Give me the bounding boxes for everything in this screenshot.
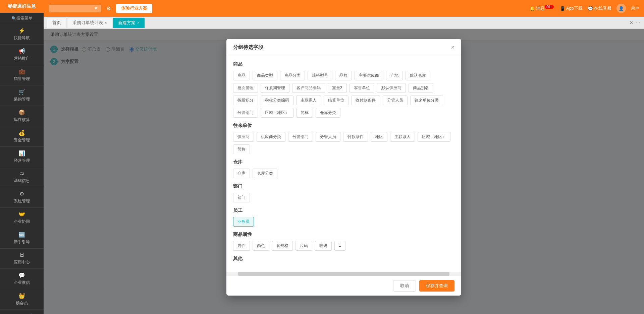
tag-item[interactable]: 业务员	[233, 217, 254, 227]
modal-close-button[interactable]: ×	[451, 44, 454, 51]
sidebar-item-operations[interactable]: 📊 经营管理	[0, 147, 44, 167]
section-title-employee: 员工	[233, 207, 454, 213]
cancel-button[interactable]: 取消	[393, 280, 416, 292]
tag-item[interactable]: 税收分类编码	[261, 96, 293, 105]
sidebar-item-wechat[interactable]: 💬 企业微信	[0, 269, 44, 289]
tag-item[interactable]: 商品别名	[409, 83, 433, 93]
tag-item[interactable]: 批次管理	[233, 83, 258, 93]
tab-close-purchase[interactable]: ×	[105, 21, 107, 25]
tag-item[interactable]: 多规格	[272, 241, 293, 251]
tag-item[interactable]: 颜色	[253, 241, 269, 251]
online-service-item[interactable]: 💬 在线客服	[588, 5, 611, 11]
tag-item[interactable]: 仓库分类	[253, 169, 277, 178]
app-download-item[interactable]: 📱 App下载	[560, 5, 583, 11]
tag-item[interactable]: 结算单位	[324, 96, 348, 105]
search-icon: 🔍	[11, 16, 16, 21]
sidebar-item-label: 快捷导航	[14, 35, 30, 41]
tag-item[interactable]: 产地	[386, 71, 403, 80]
sidebar-item-newbie[interactable]: 🆕 新手引导	[0, 228, 44, 249]
tag-item[interactable]: 尺码	[296, 241, 312, 251]
tag-item[interactable]: 默认仓库	[406, 71, 430, 80]
topbar-search-wrap[interactable]: ▼	[49, 5, 101, 12]
tab-label: 新建方案	[118, 20, 136, 26]
tag-item[interactable]: 属性	[233, 241, 250, 251]
sidebar-item-quick-nav[interactable]: ⚡ 快捷导航	[0, 24, 44, 45]
sidebar-item-marketing[interactable]: 📢 营销推广	[0, 45, 44, 65]
section-title-department: 部门	[233, 183, 454, 189]
sidebar-item-label: 应用中心	[14, 259, 30, 265]
tag-item[interactable]: 仓库分类	[316, 108, 340, 118]
department-tags: 部门	[233, 193, 454, 202]
tag-item[interactable]: 部门	[233, 193, 250, 202]
tabbar-close-icon[interactable]: ×	[630, 20, 633, 26]
tag-item[interactable]: 规格型号	[308, 71, 332, 80]
sidebar-bottom: ⚙ 🔊	[0, 310, 44, 314]
tag-item[interactable]: 分管人员	[383, 96, 408, 105]
tag-item[interactable]: 简称	[233, 144, 250, 154]
tag-item[interactable]: 商品	[233, 71, 250, 80]
tag-item[interactable]: 重量3	[328, 83, 347, 93]
tag-item[interactable]: 供应商分类	[257, 132, 285, 142]
bell-icon: 🔔	[530, 6, 535, 11]
tag-item[interactable]: 鞋码	[315, 241, 332, 251]
user-avatar[interactable]: 👤	[616, 4, 626, 13]
topbar-search-input[interactable]	[52, 6, 92, 11]
tag-item[interactable]: 供应商	[233, 132, 254, 142]
notification-item[interactable]: 🔔 消息 99+	[530, 5, 555, 11]
tag-item[interactable]: 往来单位分类	[410, 96, 443, 105]
tag-item[interactable]: 区域（地区）	[418, 132, 450, 142]
tag-item[interactable]: 商品分类	[280, 71, 305, 80]
gear-icon: ⚙	[19, 191, 24, 197]
tag-item[interactable]: 主联系人	[296, 96, 321, 105]
sidebar-item-basic-info[interactable]: 🗂 基础信息	[0, 167, 44, 187]
sidebar-item-system[interactable]: ⚙ 系统管理	[0, 187, 44, 208]
sidebar-item-collab[interactable]: 🤝 企业协同	[0, 208, 44, 228]
tag-item[interactable]: 区域（地区）	[261, 108, 293, 118]
sidebar-item-purchase[interactable]: 🛒 采购管理	[0, 85, 44, 106]
sidebar-item-label: 畅会员	[16, 300, 28, 306]
tag-item[interactable]: 默认供应商	[377, 83, 406, 93]
tab-label: 首页	[52, 20, 61, 26]
topbar-gear-icon[interactable]: ⚙	[106, 5, 111, 12]
tag-item[interactable]: 收付款条件	[351, 96, 380, 105]
tag-item[interactable]: 付款条件	[343, 132, 368, 142]
cart-icon: 🛒	[18, 89, 25, 95]
tag-item[interactable]: 1	[334, 241, 345, 251]
trial-btn[interactable]: 体验行业方案	[116, 4, 152, 13]
tab-purchase-stats[interactable]: 采购订单统计表 ×	[67, 17, 112, 28]
tab-home[interactable]: 首页	[47, 17, 66, 28]
sidebar-item-label: 库存核算	[14, 117, 30, 123]
sidebar-item-apps[interactable]: 🖥 应用中心	[0, 249, 44, 269]
tab-new-plan[interactable]: 新建方案 ×	[113, 17, 145, 28]
tag-item[interactable]: 主要供应商	[355, 71, 383, 80]
notification-badge: 99+	[545, 5, 554, 9]
sidebar-item-search[interactable]: 🔍 搜索菜单	[0, 13, 44, 24]
tag-item[interactable]: 客户商品编码	[292, 83, 325, 93]
sidebar-item-inventory[interactable]: 📦 库存核算	[0, 106, 44, 126]
tag-item[interactable]: 保质期管理	[261, 83, 289, 93]
topbar-dropdown-icon[interactable]: ▼	[94, 6, 98, 11]
tag-item[interactable]: 简称	[296, 108, 313, 118]
tag-item[interactable]: 分管部门	[233, 108, 258, 118]
sidebar-item-label: 企业协同	[14, 219, 30, 225]
tag-item[interactable]: 仓库	[233, 169, 250, 178]
tab-close-new-plan[interactable]: ×	[137, 21, 139, 25]
tag-item[interactable]: 地区	[371, 132, 387, 142]
handshake-icon: 🤝	[18, 211, 25, 217]
tabbar-expand-icon[interactable]: ⋯	[635, 19, 641, 26]
modal-horizontal-scrollbar[interactable]	[226, 272, 461, 276]
section-title-partner: 往来单位	[233, 123, 454, 129]
tag-item[interactable]: 零售单位	[350, 83, 374, 93]
tag-item[interactable]: 主联系人	[390, 132, 415, 142]
confirm-button[interactable]: 保存并查询	[419, 280, 454, 292]
tag-item[interactable]: 分管部门	[288, 132, 313, 142]
monitor-icon: 🖥	[19, 252, 24, 258]
tag-item[interactable]: 商品类型	[253, 71, 277, 80]
sidebar-item-vip[interactable]: 👑 畅会员	[0, 289, 44, 310]
tag-item[interactable]: 品牌	[335, 71, 352, 80]
tag-item[interactable]: 分管人员	[316, 132, 340, 142]
sidebar-item-sales[interactable]: 💼 销售管理	[0, 65, 44, 85]
sidebar-item-finance[interactable]: 💰 资金管理	[0, 126, 44, 147]
modal-body[interactable]: 商品 商品商品类型商品分类规格型号品牌主要供应商产地默认仓库批次管理保质期管理客…	[226, 56, 461, 272]
tag-item[interactable]: 拣货积分	[233, 96, 258, 105]
